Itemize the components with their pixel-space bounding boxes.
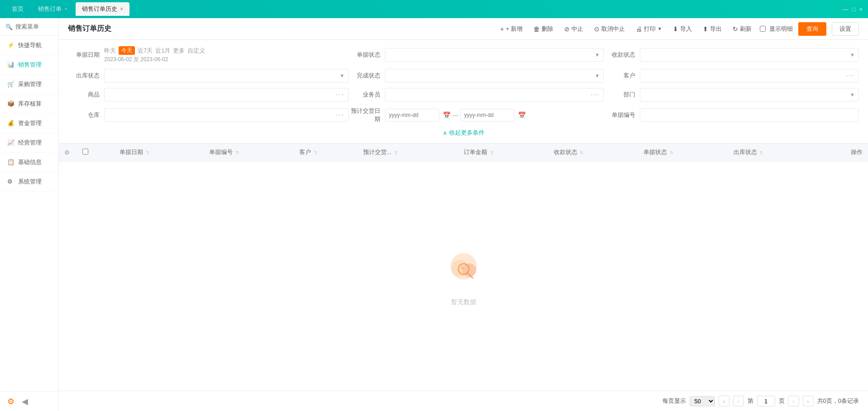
sidebar-item-operations[interactable]: 📈 经营管理 [0,133,58,153]
maximize-btn[interactable]: □ [852,6,856,13]
date-label: 单据日期 [68,51,104,59]
no-sort-icon[interactable]: ⇅ [235,150,239,155]
page-number-suffix: 页 [779,397,785,405]
cancel-stop-button[interactable]: ⊙ 取消中止 [591,23,628,35]
sidebar-item-system[interactable]: ⚙ 系统管理 [0,172,58,192]
expected-date-from-input[interactable] [385,109,439,121]
empty-state: 暂无数据 [59,161,868,391]
next-page-btn[interactable]: › [788,396,799,406]
customer-label: 客户 [604,72,640,80]
last-page-btn[interactable]: » [803,396,814,406]
current-page-input[interactable] [757,396,775,406]
window-controls: — □ × [843,6,863,13]
sidebar-item-inventory[interactable]: 📦 库存核算 [0,94,58,114]
first-page-btn[interactable]: « [719,396,729,406]
sidebar-collapse-icon[interactable]: ◀ [22,396,28,406]
delete-button[interactable]: 🗑 删除 [531,23,556,35]
payment-status-label: 收款状态 [604,51,640,59]
stop-button[interactable]: ⊘ 中止 [561,23,586,35]
bill-status-sort-icon[interactable]: ⇅ [670,150,673,155]
th-payment-status: 收款状态 ⇅ [548,144,638,161]
payment-status-sort-icon[interactable]: ⇅ [580,150,583,155]
prev-page-btn[interactable]: ‹ [733,396,744,406]
sidebar-item-purchase[interactable]: 🛒 采购管理 [0,75,58,94]
expected-date-to-input[interactable] [460,109,514,121]
customer-sort-icon[interactable]: ⇅ [314,150,317,155]
department-arrow: ▼ [850,92,855,97]
table-settings-icon[interactable]: ⚙ [64,149,70,156]
th-expected-date: 预计交货... ⇅ [358,144,459,161]
date-1month-btn[interactable]: 近1月 [155,47,170,55]
warehouse-dots[interactable]: ··· [336,111,345,119]
out-status-sort-icon[interactable]: ⇅ [759,150,763,155]
show-detail-checkbox[interactable]: 显示明细 [760,25,793,33]
plus-icon: + [500,25,504,33]
bill-no-input[interactable] [640,108,859,122]
inventory-icon: 📦 [7,100,14,107]
th-bill-status: 单据状态 ⇅ [638,144,728,161]
expected-date-from-calendar-icon[interactable]: 📅 [443,111,451,119]
export-button[interactable]: ⬆ 导出 [700,23,724,35]
expected-date-to-calendar-icon[interactable]: 📅 [518,111,526,119]
close-btn[interactable]: × [859,6,863,13]
sidebar-item-sales[interactable]: 📊 销售管理 [0,55,58,75]
show-detail-input[interactable] [760,26,766,32]
date-today-btn[interactable]: 今天 [119,46,135,55]
minimize-btn[interactable]: — [843,6,849,13]
date-custom-btn[interactable]: 自定义 [187,47,205,55]
tab-sales-order[interactable]: 销售订单 × [32,2,74,16]
setting-button[interactable]: 设置 [832,22,859,36]
customer-select[interactable]: ··· [640,69,859,82]
prev-page-icon: ‹ [737,398,739,405]
sidebar-item-finance[interactable]: 💰 资金管理 [0,114,58,133]
refresh-button[interactable]: ↻ 刷新 [730,23,754,35]
date-sort-icon[interactable]: ⇅ [146,150,149,155]
bill-status-arrow: ▼ [595,52,600,58]
salesperson-select[interactable]: ··· [385,88,604,102]
department-label: 部门 [604,91,640,99]
product-dots[interactable]: ··· [336,91,345,99]
date-yesterday-btn[interactable]: 昨天 [104,47,116,55]
query-button[interactable]: 查询 [798,22,826,36]
filter-area: 单据日期 昨天 今天 近7天 近1月 更多 自定义 2023-06-02 至 2… [59,40,868,144]
close-sales-order-tab[interactable]: × [64,6,67,12]
page-number-prefix: 第 [748,397,753,405]
collapse-row[interactable]: ∧ 收起更多条件 [68,129,859,137]
complete-status-label: 完成状态 [349,72,385,80]
purchase-icon: 🛒 [7,81,14,88]
date-more-btn[interactable]: 更多 [173,47,185,55]
sidebar-search[interactable]: 🔍 搜索菜单 [0,18,58,36]
select-all-checkbox[interactable] [82,149,88,155]
close-sales-order-history-tab[interactable]: × [120,6,123,12]
sidebar-item-info[interactable]: 📋 基础信息 [0,153,58,172]
complete-status-select[interactable]: ▼ [385,69,604,82]
department-select[interactable]: ▼ [640,88,859,102]
print-dropdown-icon: ▼ [657,26,662,31]
expected-date-sort-icon[interactable]: ⇅ [394,150,398,155]
sidebar-item-quick-nav[interactable]: ⚡ 快捷导航 [0,36,58,55]
payment-status-select[interactable]: ▼ [640,48,859,62]
date-7days-btn[interactable]: 近7天 [138,47,153,55]
sidebar-bottom: ⚙ ◀ [0,392,58,411]
salesperson-dots[interactable]: ··· [591,91,599,99]
out-status-select[interactable]: ▼ [104,69,349,82]
customer-dots[interactable]: ··· [846,72,855,80]
next-page-icon: › [792,398,794,405]
filter-row-3: 商品 ··· 业务员 ··· 部门 [68,88,859,102]
amount-sort-icon[interactable]: ⇅ [490,150,494,155]
tab-sales-order-history[interactable]: 销售订单历史 × [76,2,129,16]
complete-status-arrow: ▼ [595,73,600,78]
warehouse-select[interactable]: ··· [104,108,349,122]
print-button[interactable]: 🖨 打印 ▼ [633,23,665,35]
operations-icon: 📈 [7,139,14,146]
th-checkbox [77,144,114,161]
page-size-select[interactable]: 50 10 20 100 [690,396,715,406]
sidebar-settings-icon[interactable]: ⚙ [7,396,14,406]
main-layout: 🔍 搜索菜单 ⚡ 快捷导航 📊 销售管理 🛒 采购管理 📦 库存核算 💰 资金管… [0,18,868,411]
bill-status-select[interactable]: ▼ [385,48,604,62]
new-button[interactable]: + + 新增 [498,23,525,35]
product-select[interactable]: ··· [104,88,349,102]
import-button[interactable]: ⬇ 导入 [670,23,695,35]
page-title: 销售订单历史 [68,24,111,34]
tab-home[interactable]: 首页 [5,2,30,16]
